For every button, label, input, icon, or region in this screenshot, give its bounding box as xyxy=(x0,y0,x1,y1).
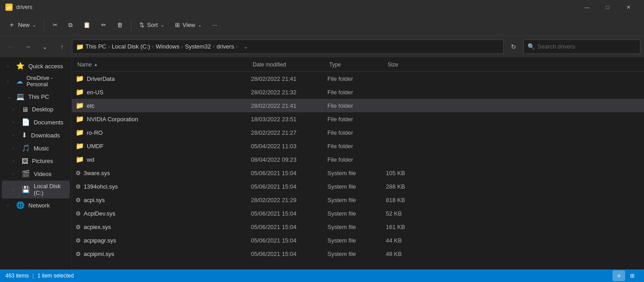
view-toggles[interactable]: ≡ ⊞ xyxy=(613,270,639,281)
music-expand-icon: › xyxy=(13,146,18,151)
cell-date: 18/03/2022 23:51 xyxy=(251,116,327,123)
sidebar-item-desktop[interactable]: › 🖥 Desktop xyxy=(2,103,70,115)
table-row[interactable]: ⚙ 1394ohci.sys 05/06/2021 15:04 System f… xyxy=(72,180,644,193)
onedrive-icon: ☁ xyxy=(16,77,23,85)
sidebar-item-documents[interactable]: › 📄 Documents xyxy=(2,116,70,128)
sidebar: › ⭐ Quick access › ☁ OneDrive - Personal… xyxy=(0,57,72,269)
file-name: acpipmi.sys xyxy=(84,251,114,257)
sys-file-icon: ⚙ xyxy=(76,197,81,203)
sidebar-item-videos[interactable]: › 🎬 Videos xyxy=(2,167,70,180)
cell-type: System file xyxy=(327,197,386,203)
breadcrumb-windows[interactable]: Windows xyxy=(156,43,179,50)
file-name: acpi.sys xyxy=(84,197,105,203)
view-button[interactable]: ⊞ View ⌄ xyxy=(170,19,206,31)
copy-button[interactable]: ⧉ xyxy=(64,19,77,31)
table-row[interactable]: 📁 en-US 28/02/2022 21:32 File folder xyxy=(72,85,644,99)
breadcrumb-bar[interactable]: 📁 This PC › Local Disk (C:) › Windows › … xyxy=(72,40,504,54)
back-button[interactable]: ← xyxy=(4,40,18,54)
col-header-name[interactable]: Name ▲ xyxy=(76,62,251,68)
table-row[interactable]: 📁 NVIDIA Corporation 18/03/2022 23:51 Fi… xyxy=(72,112,644,126)
sidebar-item-onedrive[interactable]: › ☁ OneDrive - Personal xyxy=(2,73,70,90)
table-row[interactable]: ⚙ acpipmi.sys 05/06/2021 15:04 System fi… xyxy=(72,247,644,260)
folder-icon: 📁 xyxy=(76,88,84,96)
file-name: NVIDIA Corporation xyxy=(87,116,138,123)
cell-name: 📁 NVIDIA Corporation xyxy=(76,115,251,123)
grid-view-button[interactable]: ⊞ xyxy=(626,270,639,281)
paste-button[interactable]: 📋 xyxy=(79,19,95,31)
table-row[interactable]: 📁 ro-RO 28/02/2022 21:27 File folder xyxy=(72,126,644,139)
search-box[interactable]: 🔍 Search drivers xyxy=(523,40,640,54)
maximize-button[interactable]: □ xyxy=(597,0,618,14)
sidebar-item-quick-access[interactable]: › ⭐ Quick access xyxy=(2,60,70,72)
sidebar-item-this-pc[interactable]: ⌄ 💻 This PC xyxy=(2,90,70,103)
sort-asc-icon: ▲ xyxy=(94,62,98,67)
file-name: ro-RO xyxy=(87,129,103,136)
titlebar-left: 📁 drivers xyxy=(5,4,32,11)
breadcrumb-drivers[interactable]: drivers xyxy=(216,43,234,50)
cell-name: ⚙ acpipmi.sys xyxy=(76,251,251,257)
sidebar-item-network[interactable]: › 🌐 Network xyxy=(2,199,70,212)
sys-file-icon: ⚙ xyxy=(76,251,81,257)
col-header-type[interactable]: Type xyxy=(327,62,386,68)
cell-type: System file xyxy=(327,170,386,176)
table-row[interactable]: ⚙ acpiex.sys 05/06/2021 15:04 System fil… xyxy=(72,220,644,234)
table-row[interactable]: 📁 etc 28/02/2022 21:41 File folder xyxy=(72,99,644,112)
table-row[interactable]: ⚙ acpipagr.sys 05/06/2021 15:04 System f… xyxy=(72,234,644,247)
expand-button[interactable]: ⌄ xyxy=(38,40,52,54)
table-row[interactable]: 📁 UMDF 05/04/2022 11:03 File folder xyxy=(72,139,644,153)
videos-expand-icon: › xyxy=(13,172,18,176)
table-row[interactable]: ⚙ AcpiDev.sys 05/06/2021 15:04 System fi… xyxy=(72,207,644,220)
cell-date: 05/06/2021 15:04 xyxy=(251,210,327,217)
cell-name: 📁 ro-RO xyxy=(76,128,251,137)
cell-date: 28/02/2022 21:27 xyxy=(251,129,327,136)
col-header-date[interactable]: Date modified xyxy=(251,62,327,68)
list-view-button[interactable]: ≡ xyxy=(613,270,625,281)
more-button[interactable]: ··· xyxy=(208,19,222,31)
downloads-icon: ⬇ xyxy=(22,131,27,139)
desktop-expand-icon: › xyxy=(13,107,18,112)
sidebar-item-label-local-disk: Local Disk (C:) xyxy=(34,183,64,196)
sort-icon: ⇅ xyxy=(139,22,144,28)
file-name: DriverData xyxy=(87,75,115,82)
sys-file-icon: ⚙ xyxy=(76,183,81,190)
rename-button[interactable]: ✏ xyxy=(97,19,111,31)
refresh-button[interactable]: ↻ xyxy=(506,40,521,54)
cell-date: 05/06/2021 15:04 xyxy=(251,251,327,257)
close-button[interactable]: ✕ xyxy=(618,0,639,14)
sidebar-item-downloads[interactable]: › ⬇ Downloads xyxy=(2,129,70,141)
file-name: en-US xyxy=(87,89,103,96)
sidebar-item-local-disk[interactable]: › 💾 Local Disk (C:) xyxy=(2,181,70,198)
table-row[interactable]: 📁 wd 08/04/2022 09:23 File folder xyxy=(72,153,644,166)
breadcrumb-system32[interactable]: System32 xyxy=(185,43,211,50)
file-name: UMDF xyxy=(87,143,104,150)
sidebar-item-label-music: Music xyxy=(34,145,64,152)
sort-button[interactable]: ⇅ Sort ⌄ xyxy=(135,19,169,31)
forward-button[interactable]: → xyxy=(21,40,35,54)
main-content: › ⭐ Quick access › ☁ OneDrive - Personal… xyxy=(0,57,644,269)
cell-type: File folder xyxy=(327,143,386,150)
breadcrumb-this-pc[interactable]: This PC xyxy=(85,43,106,50)
up-button[interactable]: ↑ xyxy=(55,40,69,54)
table-row[interactable]: ⚙ 3ware.sys 05/06/2021 15:04 System file… xyxy=(72,166,644,180)
cell-name: ⚙ 1394ohci.sys xyxy=(76,183,251,190)
col-header-size[interactable]: Size xyxy=(386,62,431,68)
sidebar-item-label-videos: Videos xyxy=(34,171,64,177)
sidebar-item-music[interactable]: › 🎵 Music xyxy=(2,142,70,154)
search-icon: 🔍 xyxy=(528,43,535,50)
breadcrumb-dropdown[interactable]: ⌄ xyxy=(240,40,252,53)
window-title: drivers xyxy=(16,4,32,10)
sidebar-item-pictures[interactable]: › 🖼 Pictures xyxy=(2,155,70,167)
delete-button[interactable]: 🗑 xyxy=(112,19,127,31)
new-button[interactable]: ＋ New ⌄ xyxy=(4,18,40,32)
cut-button[interactable]: ✂ xyxy=(48,19,62,31)
file-list: 📁 DriverData 28/02/2022 21:41 File folde… xyxy=(72,72,644,269)
sidebar-item-label-documents: Documents xyxy=(34,119,64,126)
table-row[interactable]: 📁 DriverData 28/02/2022 21:41 File folde… xyxy=(72,72,644,85)
this-pc-icon: 💻 xyxy=(16,93,25,101)
breadcrumb-local-disk[interactable]: Local Disk (C:) xyxy=(112,43,150,50)
minimize-button[interactable]: — xyxy=(577,0,597,14)
sidebar-item-label-pictures: Pictures xyxy=(32,158,64,164)
table-row[interactable]: ⚙ acpi.sys 28/02/2022 21:29 System file … xyxy=(72,193,644,207)
sys-file-icon: ⚙ xyxy=(76,170,81,176)
window-controls[interactable]: — □ ✕ xyxy=(577,0,639,14)
